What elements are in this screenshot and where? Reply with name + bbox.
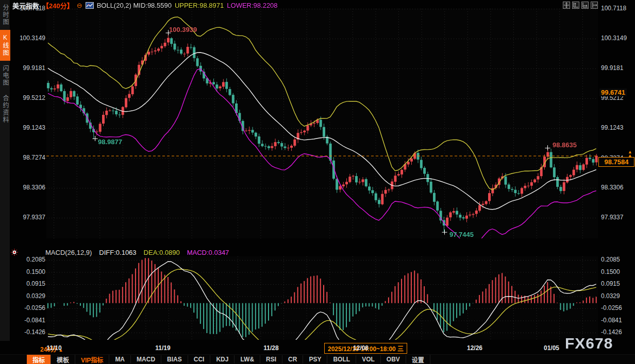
macd-chart-canvas[interactable] (46, 256, 598, 340)
boll-mid-label: BOLL(20,2) MID:98.5590 (97, 2, 172, 9)
high-annotation: 100.3939 (169, 26, 197, 33)
toolbar-button-CR[interactable]: CR (282, 355, 303, 363)
window-icons (563, 2, 598, 9)
boll-upper-label: UPPER:98.8971 (175, 2, 224, 9)
indicator-toolbar: 指标模板VIP指标MAMACDBIASCCIKDJLW&RSICRPSYBOLL… (0, 354, 635, 364)
axis-label: 98.3306 (601, 184, 623, 191)
macd-title: MACD(26,12,9) (45, 249, 92, 256)
toolbar-button-设置[interactable]: 设置 (406, 355, 430, 364)
axis-label: 99.9181 (19, 64, 45, 72)
axis-label: -0.0841 (19, 317, 45, 324)
toolbar-button-指标[interactable]: 指标 (27, 355, 51, 364)
y-scale-icon[interactable] (572, 2, 579, 9)
chart-type-icon[interactable] (86, 2, 94, 9)
sidebar-tab-3[interactable]: 合约资料 (0, 91, 10, 128)
axis-label: 0.2085 (601, 256, 620, 263)
toolbar-button-KDJ[interactable]: KDJ (210, 355, 235, 363)
watermark: FX678 (565, 335, 613, 352)
axis-label: -0.0256 (19, 304, 45, 311)
axis-label: 0.1500 (601, 268, 620, 275)
x-tick-label: 01/05 (544, 344, 559, 352)
main-chart-canvas[interactable] (46, 9, 598, 238)
toolbar-button-VIP指标[interactable]: VIP指标 (75, 355, 109, 364)
sidebar-tab-2[interactable]: 闪电图 (0, 61, 10, 91)
move-icon[interactable] (563, 2, 570, 9)
axis-label: 99.1243 (19, 124, 45, 131)
toolbar-button-VOL[interactable]: VOL (356, 355, 381, 363)
macd-diff-label: DIFF:0.1063 (99, 249, 136, 256)
macd-macd-label: MACD:0.0347 (187, 249, 229, 256)
axis-label: -0.0841 (601, 317, 622, 324)
boll-lower-label: LOWER:98.2208 (227, 2, 277, 9)
toolbar-button-PSY[interactable]: PSY (303, 355, 327, 363)
x-tick-label: 11/19 (155, 344, 170, 352)
marked-price-label: 99.6741 (599, 89, 627, 96)
toolbar-button-BIAS[interactable]: BIAS (161, 355, 188, 363)
toolbar-button-BOLL[interactable]: BOLL (327, 355, 356, 363)
axis-label: 99.5212 (19, 94, 45, 101)
axis-label: 99.1243 (601, 124, 623, 131)
axis-label: 98.7274 (19, 154, 45, 161)
toolbar-button-CCI[interactable]: CCI (188, 355, 211, 363)
x-tick-label: 12/08 (353, 344, 369, 352)
x-tick-label: 11/10 (46, 344, 61, 352)
realtime-indicator-icon[interactable] (11, 249, 18, 258)
axis-label: 98.3306 (19, 184, 45, 191)
sidebar: 分时图K线图闪电图合约资料 (0, 0, 10, 341)
axis-label: 0.0915 (601, 280, 620, 287)
x-tick-label: 11/28 (263, 344, 278, 352)
sidebar-tab-0[interactable]: 分时图 (0, 0, 10, 30)
x-scale-icon[interactable] (581, 2, 589, 9)
axis-label: 0.0329 (19, 292, 45, 300)
axis-label: 0.1500 (19, 268, 45, 275)
shift-right-icon[interactable] (591, 2, 598, 9)
high-annotation: 98.8635 (553, 141, 577, 149)
symbol-name: 美元指数 (12, 1, 39, 10)
axis-label: 100.7118 (601, 5, 626, 12)
toolbar-button-MACD[interactable]: MACD (131, 355, 161, 363)
current-price-box: 98.7584 (598, 157, 634, 167)
chart-application: 分时图K线图闪电图合约资料 美元指数 【240分】 ⊖ BOLL(20,2) M… (0, 0, 635, 364)
period-tag: 【240分】 (42, 1, 74, 10)
low-annotation: 97.7445 (449, 231, 474, 238)
axis-label: 0.2085 (19, 256, 45, 263)
toolbar-button-模板[interactable]: 模板 (51, 355, 75, 364)
price-up-arrow-icon: ▲▲ (628, 150, 632, 158)
axis-label: 99.9181 (601, 64, 623, 72)
toolbar-button-RSI[interactable]: RSI (260, 355, 282, 363)
macd-header: MACD(26,12,9) DIFF:0.1063 DEA:0.0890 MAC… (45, 249, 229, 256)
x-tick-label: 12/26 (467, 344, 482, 352)
macd-dea-label: DEA:0.0890 (144, 249, 180, 256)
axis-label: -0.0256 (601, 304, 622, 311)
axis-label: 0.0915 (19, 280, 45, 287)
chart-header: 美元指数 【240分】 ⊖ BOLL(20,2) MID:98.5590 UPP… (12, 1, 278, 9)
x-axis: 240分 ▲ 2025/12/10 14:00~18:00 三 11/1011/… (0, 341, 635, 354)
axis-label: 97.9337 (19, 214, 45, 221)
axis-label: -0.1426 (19, 328, 45, 336)
toolbar-button-OBV[interactable]: OBV (381, 355, 406, 363)
axis-label: 100.3149 (19, 34, 45, 42)
axis-label: 100.3149 (601, 34, 627, 42)
toolbar-button-LW&[interactable]: LW& (235, 355, 260, 363)
axis-label: 97.9337 (601, 214, 623, 221)
toolbar-button-MA[interactable]: MA (109, 355, 131, 363)
sidebar-tab-1[interactable]: K线图 (0, 30, 10, 61)
low-annotation: 98.9877 (98, 138, 122, 146)
collapse-icon[interactable]: ⊖ (77, 2, 82, 9)
axis-label: 0.0329 (601, 292, 620, 300)
